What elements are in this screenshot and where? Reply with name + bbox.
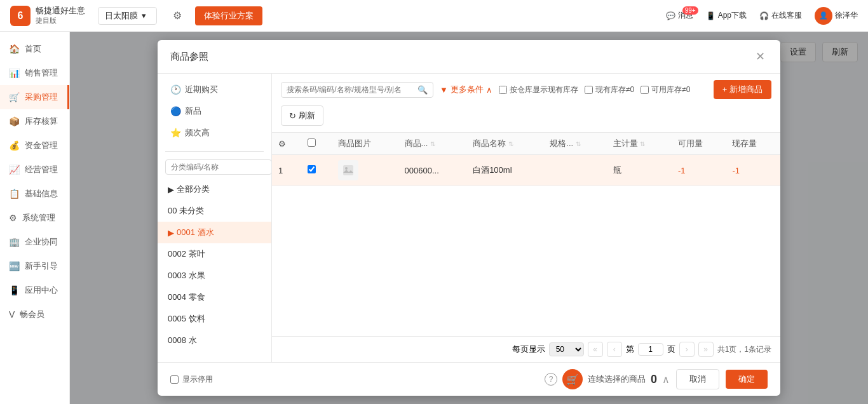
table-row[interactable]: 1 xyxy=(272,155,780,186)
row-spec xyxy=(543,155,606,186)
available-not-zero-checkbox[interactable] xyxy=(585,86,593,94)
product-search-input[interactable] xyxy=(287,85,414,94)
trial-btn[interactable]: 体验行业方案 xyxy=(195,6,262,25)
col-stock: 现存量 xyxy=(726,133,780,155)
sidebar-item-basic[interactable]: 📋 基础信息 xyxy=(0,182,69,206)
cat-0003[interactable]: 0003 水果 xyxy=(158,265,271,286)
cat-0005[interactable]: 0005 饮料 xyxy=(158,308,271,330)
more-conditions-btn[interactable]: ▼ 更多条件 ∧ xyxy=(440,84,492,95)
apps-icon: 📱 xyxy=(9,285,20,295)
purchase-icon: 🛒 xyxy=(9,92,20,102)
online-service-btn[interactable]: 🎧 在线客服 xyxy=(759,10,802,21)
confirm-btn[interactable]: 确定 xyxy=(726,370,768,389)
sidebar-item-enterprise[interactable]: 🏢 企业协同 xyxy=(0,230,69,254)
sidebar-label-purchase: 采购管理 xyxy=(25,91,58,103)
message-btn[interactable]: 💬 消息 99+ xyxy=(666,10,693,21)
product-table-wrap: ⚙ 商品图片 商品... ⇅ xyxy=(272,133,780,336)
sidebar-item-inventory[interactable]: 📦 库存核算 xyxy=(0,109,69,133)
sidebar-item-finance[interactable]: 💰 资金管理 xyxy=(0,133,69,158)
filter-bar: 🔍 ▼ 更多条件 ∧ 按仓库显示现有库存 xyxy=(272,74,780,133)
recent-purchase-btn[interactable]: 🕐 近期购买 xyxy=(165,80,264,99)
sidebar-item-home[interactable]: 🏠 首页 xyxy=(0,37,69,61)
last-page-btn[interactable]: » xyxy=(698,342,714,357)
col-image: 商品图片 xyxy=(332,133,398,155)
cat-0001[interactable]: ▶ 0001 酒水 xyxy=(158,222,271,243)
phone-icon: 📱 xyxy=(706,11,715,20)
table-settings-icon[interactable]: ⚙ xyxy=(278,139,286,149)
app-download-btn[interactable]: 📱 App下载 xyxy=(706,10,747,21)
enterprise-icon: 🏢 xyxy=(9,237,20,247)
app-sub: 捷目版 xyxy=(36,16,85,25)
frequent-btn[interactable]: ⭐ 频次高 xyxy=(165,123,264,142)
sidebar-item-member[interactable]: V 畅会员 xyxy=(0,302,69,327)
settings-icon[interactable]: ⚙ xyxy=(167,6,187,26)
store-selector[interactable]: 日太阳膜 ▾ xyxy=(98,7,157,25)
cat-0001-label: 0001 酒水 xyxy=(177,227,214,238)
by-warehouse-checkbox[interactable] xyxy=(499,86,507,94)
svg-point-1 xyxy=(345,167,348,170)
cat-00[interactable]: 00 未分类 xyxy=(158,200,271,222)
select-all-checkbox[interactable] xyxy=(308,138,316,147)
message-icon: 💬 xyxy=(666,11,675,20)
sidebar-item-guide[interactable]: 🆕 新手引导 xyxy=(0,254,69,278)
available-not-zero-label: 现有库存≠0 xyxy=(595,84,634,95)
cat-all[interactable]: ▶ 全部分类 xyxy=(158,178,271,200)
sidebar-item-purchase[interactable]: 🛒 采购管理 xyxy=(0,85,69,109)
show-disabled-checkbox[interactable] xyxy=(170,375,179,384)
first-page-btn[interactable]: « xyxy=(588,342,603,357)
cat-all-arrow: ▶ xyxy=(168,185,174,194)
usable-not-zero-checkbox[interactable] xyxy=(641,86,649,94)
page-number-input[interactable] xyxy=(638,343,663,356)
category-search-input[interactable] xyxy=(165,159,272,175)
help-icon[interactable]: ? xyxy=(545,373,557,386)
avatar: 👤 xyxy=(815,7,832,25)
sidebar-item-apps[interactable]: 📱 应用中心 xyxy=(0,278,69,302)
sidebar-item-system[interactable]: ⚙ 系统管理 xyxy=(0,206,69,230)
sidebar-item-operation[interactable]: 📈 经营管理 xyxy=(0,158,69,182)
cat-0004[interactable]: 0004 零食 xyxy=(158,286,271,308)
cart-count: 0 xyxy=(651,373,657,386)
home-icon: 🏠 xyxy=(9,44,20,54)
next-page-btn[interactable]: › xyxy=(679,342,695,357)
cat-0008[interactable]: 0008 水 xyxy=(158,330,271,351)
sort-spec-icon[interactable]: ⇅ xyxy=(576,140,581,147)
cancel-btn[interactable]: 取消 xyxy=(676,369,719,389)
finance-icon: 💰 xyxy=(9,140,20,151)
show-disabled-text: 显示停用 xyxy=(182,374,213,385)
show-disabled-label[interactable]: 显示停用 xyxy=(170,374,213,385)
dropdown-icon: ▾ xyxy=(142,11,146,20)
row-name: 白酒100ml xyxy=(466,155,543,186)
collapse-cart-btn[interactable]: ∧ xyxy=(662,374,670,386)
cat-0002[interactable]: 0002 茶叶 xyxy=(158,243,271,265)
per-page-select[interactable]: 10 20 50 100 xyxy=(549,342,584,356)
col-available: 可用量 xyxy=(672,133,726,155)
cat-0010[interactable]: 0010 家电 xyxy=(158,351,271,356)
content-panel: 🔍 ▼ 更多条件 ∧ 按仓库显示现有库存 xyxy=(272,74,780,362)
usable-not-zero-check[interactable]: 可用库存≠0 xyxy=(641,84,690,95)
app-download-label: App下载 xyxy=(718,10,747,21)
sort-unit-icon[interactable]: ⇅ xyxy=(640,140,645,147)
product-search-icon[interactable]: 🔍 xyxy=(417,85,428,95)
refresh-modal-btn[interactable]: ↻ 刷新 xyxy=(281,105,323,126)
available-not-zero-check[interactable]: 现有库存≠0 xyxy=(585,84,634,95)
table-header-row: ⚙ 商品图片 商品... ⇅ xyxy=(272,133,780,155)
user-menu[interactable]: 👤 徐泽华 xyxy=(815,7,858,25)
sidebar-item-sales[interactable]: 📊 销售管理 xyxy=(0,61,69,85)
category-list: ▶ 全部分类 00 未分类 ▶ 0001 酒水 0002 茶叶 xyxy=(158,178,271,356)
add-product-btn[interactable]: + 新增商品 xyxy=(714,80,771,99)
row-image xyxy=(332,155,398,186)
new-product-btn[interactable]: 🔵 新品 xyxy=(165,102,264,121)
col-name-label: 商品名称 xyxy=(473,138,506,148)
prev-page-btn[interactable]: ‹ xyxy=(607,342,622,357)
cat-0004-label: 0004 零食 xyxy=(168,292,205,303)
sort-name-icon[interactable]: ⇅ xyxy=(508,140,513,147)
more-conditions-label: 更多条件 xyxy=(451,84,484,95)
row-checkbox[interactable] xyxy=(308,165,316,173)
sort-code-icon[interactable]: ⇅ xyxy=(430,140,435,147)
product-search-wrap: 🔍 xyxy=(281,82,433,98)
modal-close-btn[interactable]: ✕ xyxy=(752,49,768,64)
by-warehouse-check[interactable]: 按仓库显示现有库存 xyxy=(499,84,578,95)
store-name: 日太阳膜 xyxy=(105,10,138,22)
filter-icon: ▼ xyxy=(440,85,448,95)
row-no: 1 xyxy=(272,155,301,186)
